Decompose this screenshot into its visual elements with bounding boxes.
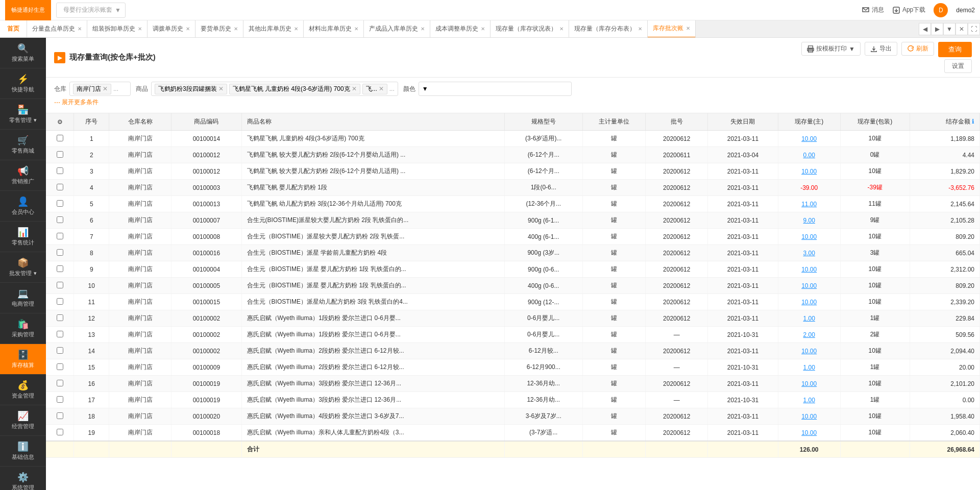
product-tag-container[interactable]: 飞鹤奶粉3段四罐捆装 ✕ 飞鹤星飞帆 儿童奶粉 4段(3-6岁适用) 700克 … — [151, 82, 398, 96]
product-tag-2-remove[interactable]: ✕ — [352, 85, 357, 92]
sidebar-item-member[interactable]: 👤 会员中心 — [0, 191, 46, 222]
row-checkbox[interactable] — [57, 184, 63, 190]
cell-qty-main[interactable]: 10.00 — [778, 376, 840, 392]
setting-btn[interactable]: 设置 — [944, 59, 972, 73]
username[interactable]: demo2 — [956, 7, 975, 14]
tab-prev-btn[interactable]: ◀ — [919, 23, 931, 35]
tab-stock-dist[interactable]: 现存量（库存分布表） ✕ — [569, 20, 648, 38]
tab-close-split-inventory[interactable]: ✕ — [78, 26, 82, 32]
sidebar-item-retail-stats[interactable]: 📊 零售统计 — [0, 222, 46, 252]
cell-qty-main[interactable]: 1.00 — [778, 359, 840, 376]
expand-more-btn[interactable]: ⋯ 展开更多条件 — [54, 98, 972, 107]
row-checkbox[interactable] — [57, 331, 63, 337]
row-checkbox[interactable] — [57, 200, 63, 207]
cell-qty-main[interactable]: 3.00 — [778, 245, 840, 261]
product-dots[interactable]: ... — [389, 85, 395, 92]
tab-next-btn[interactable]: ▶ — [931, 23, 943, 35]
tab-stock-status[interactable]: 现存量（库存状况表） ✕ — [491, 20, 569, 38]
row-checkbox[interactable] — [57, 347, 63, 354]
tab-close-material-out[interactable]: ✕ — [354, 26, 358, 32]
sidebar-item-retail-shop[interactable]: 🛒 零售商城 — [0, 130, 46, 160]
industry-selector[interactable]: 母婴行业演示账套 ▼ — [56, 3, 126, 18]
row-checkbox[interactable] — [57, 396, 63, 403]
row-checkbox[interactable] — [57, 249, 63, 256]
cell-qty-main[interactable]: 10.00 — [778, 425, 840, 442]
sidebar-item-inventory[interactable]: 🗄️ 库存核算 — [0, 344, 46, 375]
tab-batch-voucher[interactable]: 库存批次账 ✕ — [648, 20, 696, 38]
sidebar-item-finance[interactable]: 💰 资金管理 — [0, 375, 46, 405]
row-checkbox[interactable] — [57, 167, 63, 174]
cell-checkbox[interactable] — [46, 408, 74, 425]
cell-checkbox[interactable] — [46, 131, 74, 147]
sidebar-item-operation[interactable]: 📈 经营管理 — [0, 405, 46, 436]
product-tag-3-remove[interactable]: ✕ — [379, 85, 384, 92]
cell-qty-main[interactable]: -39.00 — [778, 180, 840, 196]
sidebar-item-search[interactable]: 🔍 搜索菜单 — [0, 38, 46, 68]
row-checkbox[interactable] — [57, 282, 63, 288]
cell-qty-main[interactable]: 10.00 — [778, 343, 840, 359]
row-checkbox[interactable] — [57, 429, 63, 435]
cell-qty-main[interactable]: 10.00 — [778, 261, 840, 278]
tab-close-disassemble[interactable]: ✕ — [138, 26, 142, 32]
tab-menu-btn[interactable]: ▼ — [943, 23, 955, 35]
cell-checkbox[interactable] — [46, 196, 74, 212]
cell-checkbox[interactable] — [46, 245, 74, 261]
cell-checkbox[interactable] — [46, 359, 74, 376]
row-checkbox[interactable] — [57, 265, 63, 272]
cell-checkbox[interactable] — [46, 180, 74, 196]
cell-checkbox[interactable] — [46, 163, 74, 180]
tab-split-inventory[interactable]: 分量盘点单历史 ✕ — [27, 20, 87, 38]
color-tag-container[interactable]: ▼ — [419, 82, 572, 96]
tab-product-in[interactable]: 产成品入库单历史 ✕ — [364, 20, 430, 38]
cell-checkbox[interactable] — [46, 392, 74, 408]
warehouse-tag-remove[interactable]: ✕ — [103, 85, 108, 92]
tab-close-product-in[interactable]: ✕ — [421, 26, 425, 32]
tab-other-out[interactable]: 其他出库单历史 ✕ — [243, 20, 304, 38]
sidebar-item-shortcut[interactable]: ⚡ 快捷导航 — [0, 68, 46, 99]
tab-close-requisition[interactable]: ✕ — [234, 26, 238, 32]
product-tag-1-remove[interactable]: ✕ — [218, 85, 224, 92]
warehouse-tag-container[interactable]: 南岸门店 ✕ ... — [69, 82, 131, 96]
row-checkbox[interactable] — [57, 314, 63, 321]
row-checkbox[interactable] — [57, 380, 63, 386]
cell-qty-main[interactable]: 10.00 — [778, 408, 840, 425]
tab-close-cost-adjust[interactable]: ✕ — [481, 26, 485, 32]
tab-close-other-out[interactable]: ✕ — [294, 26, 298, 32]
cell-checkbox[interactable] — [46, 294, 74, 310]
cell-qty-main[interactable]: 11.00 — [778, 196, 840, 212]
cell-checkbox[interactable] — [46, 212, 74, 229]
color-dropdown-arrow[interactable]: ▼ — [422, 85, 428, 92]
row-checkbox[interactable] — [57, 363, 63, 370]
tab-material-out[interactable]: 材料出库单历史 ✕ — [304, 20, 364, 38]
cell-qty-main[interactable]: 0.00 — [778, 147, 840, 163]
expand-arrow-btn[interactable]: ▶ — [54, 52, 65, 63]
row-checkbox[interactable] — [57, 151, 63, 158]
tab-close-current-btn[interactable]: ✕ — [955, 23, 968, 35]
th-settings[interactable]: ⚙ — [46, 113, 74, 131]
cell-checkbox[interactable] — [46, 425, 74, 442]
row-checkbox[interactable] — [57, 233, 63, 239]
cell-checkbox[interactable] — [46, 310, 74, 327]
sidebar-item-marketing[interactable]: 📢 营销推广 — [0, 160, 46, 191]
row-checkbox[interactable] — [57, 216, 63, 223]
query-btn[interactable]: 查询 — [938, 42, 972, 57]
tab-disassemble[interactable]: 组装拆卸单历史 ✕ — [87, 20, 148, 38]
cell-qty-main[interactable]: 10.00 — [778, 294, 840, 310]
row-checkbox[interactable] — [57, 298, 63, 305]
sidebar-item-purchase[interactable]: 🛍️ 采购管理 — [0, 313, 46, 344]
cell-checkbox[interactable] — [46, 147, 74, 163]
tab-requisition[interactable]: 要货单历史 ✕ — [195, 20, 243, 38]
tab-close-batch-voucher[interactable]: ✕ — [686, 26, 690, 31]
cell-qty-main[interactable]: 2.00 — [778, 327, 840, 343]
app-download-btn[interactable]: App下载 — [892, 6, 925, 14]
print-btn[interactable]: 按模板打印 ▼ — [801, 42, 861, 56]
cell-qty-main[interactable]: 9.00 — [778, 212, 840, 229]
cell-qty-main[interactable]: 10.00 — [778, 131, 840, 147]
cell-checkbox[interactable] — [46, 327, 74, 343]
tab-close-transfer[interactable]: ✕ — [186, 26, 190, 32]
settings-icon[interactable]: ⚙ — [57, 118, 63, 126]
cell-qty-main[interactable]: 1.00 — [778, 310, 840, 327]
cell-qty-main[interactable]: 1.00 — [778, 392, 840, 408]
cell-qty-main[interactable]: 10.00 — [778, 163, 840, 180]
tab-close-stock-status[interactable]: ✕ — [559, 26, 564, 32]
